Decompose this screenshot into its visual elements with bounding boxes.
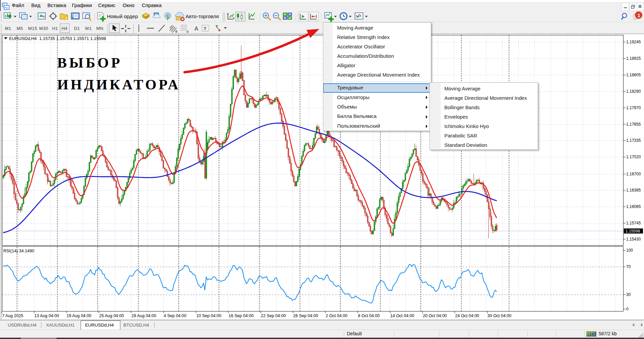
svg-text:1.15745: 1.15745 (626, 221, 641, 225)
svg-text:1.17655: 1.17655 (626, 122, 641, 127)
svg-text:E: E (175, 30, 177, 33)
svg-text:1.19245: 1.19245 (626, 40, 641, 44)
svg-text:W1: W1 (85, 26, 92, 31)
svg-text:1.17335: 1.17335 (626, 138, 641, 143)
svg-text:1.18925: 1.18925 (626, 56, 641, 61)
svg-text:22 Sep 04:00: 22 Sep 04:00 (261, 313, 286, 318)
svg-text:24 Oct 04:00: 24 Oct 04:00 (455, 313, 479, 318)
svg-text:13 Aug 04:00: 13 Aug 04:00 (34, 313, 59, 318)
svg-text:1.17020: 1.17020 (626, 155, 641, 159)
svg-text:RSI(14) 34.1490: RSI(14) 34.1490 (3, 249, 34, 253)
svg-text:1: 1 (638, 12, 640, 18)
svg-text:ИНДИКАТОРА: ИНДИКАТОРА (57, 77, 180, 92)
svg-text:70: 70 (626, 264, 631, 269)
svg-text:30 Oct 04:00: 30 Oct 04:00 (487, 313, 512, 318)
svg-text:M15: M15 (28, 26, 37, 31)
svg-text:1.18290: 1.18290 (626, 89, 641, 94)
svg-text:16 Sep 04:00: 16 Sep 04:00 (229, 313, 253, 318)
svg-text:1.16385: 1.16385 (626, 188, 641, 193)
svg-text:10 Sep 04:00: 10 Sep 04:00 (196, 313, 221, 318)
svg-text:M5: M5 (16, 26, 23, 31)
svg-text:25 Aug 04:00: 25 Aug 04:00 (99, 313, 124, 318)
svg-text:1.18605: 1.18605 (626, 73, 641, 77)
svg-text:1.16700: 1.16700 (626, 172, 641, 176)
svg-text:EURUSDd,H4 1.15735 1.15753 1.: EURUSDd,H4 1.15735 1.15753 1.15571 1.155… (9, 36, 106, 41)
svg-text:14 Oct 04:00: 14 Oct 04:00 (390, 313, 414, 318)
svg-text:1.17970: 1.17970 (626, 105, 641, 110)
svg-text:Авто-торговля: Авто-торговля (186, 13, 219, 19)
svg-text:Новый ордер: Новый ордер (107, 13, 138, 19)
svg-text:H1: H1 (52, 26, 58, 31)
svg-text:D1: D1 (74, 26, 80, 31)
svg-text:29 Aug 04:00: 29 Aug 04:00 (131, 313, 156, 318)
svg-text:F: F (187, 30, 189, 34)
svg-text:8 Oct 04:00: 8 Oct 04:00 (358, 313, 380, 318)
svg-text:MN: MN (96, 26, 103, 31)
svg-text:M30: M30 (39, 26, 48, 31)
svg-text:100: 100 (626, 248, 633, 253)
svg-text:19 Aug 04:00: 19 Aug 04:00 (67, 313, 91, 318)
svg-text:H4: H4 (62, 26, 68, 31)
svg-text:30: 30 (626, 292, 631, 297)
svg-text:7 Aug 2025: 7 Aug 2025 (2, 313, 23, 318)
svg-text:2 Oct 04:00: 2 Oct 04:00 (326, 313, 348, 318)
svg-text:T: T (204, 26, 206, 31)
svg-text:1.16065: 1.16065 (626, 204, 641, 209)
svg-text:1.15430: 1.15430 (626, 237, 641, 242)
svg-text:ВЫБОР: ВЫБОР (57, 55, 122, 71)
svg-text:4 Sep 04:00: 4 Sep 04:00 (164, 313, 186, 318)
svg-text:0: 0 (626, 307, 629, 311)
svg-text:1.15598: 1.15598 (626, 229, 640, 234)
svg-text:26 Sep 04:00: 26 Sep 04:00 (293, 313, 318, 318)
svg-text:20 Oct 04:00: 20 Oct 04:00 (423, 313, 447, 318)
svg-text:A: A (194, 26, 198, 32)
svg-text:M1: M1 (5, 26, 11, 31)
